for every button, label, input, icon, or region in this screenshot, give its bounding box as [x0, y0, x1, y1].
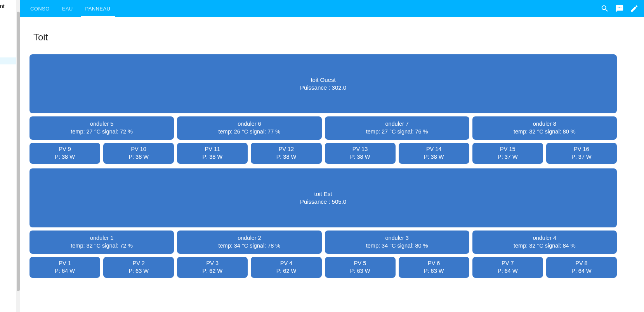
pv-power: P: 64 W: [498, 267, 518, 275]
group-power: Puissance : 505.0: [300, 198, 346, 206]
pv-name: PV 8: [575, 260, 587, 267]
pv-card[interactable]: PV 7P: 64 W: [472, 257, 543, 278]
pencil-icon[interactable]: [630, 4, 639, 13]
pv-card[interactable]: PV 16P: 37 W: [546, 143, 617, 164]
pv-name: PV 14: [426, 146, 442, 153]
group-card[interactable]: toit EstPuissance : 505.0: [30, 168, 617, 227]
pv-card[interactable]: PV 8P: 64 W: [546, 257, 617, 278]
pv-name: PV 6: [428, 260, 440, 267]
inverter-name: onduler 7: [385, 120, 408, 128]
inverter-card[interactable]: onduler 2temp: 34 °C signal: 78 %: [177, 231, 321, 254]
inverter-stats: temp: 34 °C signal: 80 %: [366, 242, 428, 250]
tab-eau[interactable]: EAU: [57, 0, 78, 17]
pv-name: PV 10: [131, 146, 146, 153]
search-icon[interactable]: [601, 4, 609, 13]
pv-card[interactable]: PV 13P: 38 W: [325, 143, 396, 164]
pv-card[interactable]: PV 5P: 63 W: [325, 257, 396, 278]
inverter-name: onduler 8: [533, 120, 556, 128]
pv-power: P: 38 W: [203, 153, 223, 161]
inverter-card[interactable]: onduler 3temp: 34 °C signal: 80 %: [325, 231, 469, 254]
sidebar-selection: [0, 57, 16, 64]
pv-card[interactable]: PV 1P: 64 W: [30, 257, 100, 278]
comment-icon[interactable]: [615, 4, 624, 13]
pv-name: PV 15: [500, 146, 516, 153]
pv-card[interactable]: PV 10P: 38 W: [103, 143, 174, 164]
inverter-stats: temp: 26 °C signal: 77 %: [219, 128, 281, 136]
pv-name: PV 16: [574, 146, 589, 153]
group-name: toit Est: [314, 190, 332, 198]
pv-power: P: 64 W: [571, 267, 592, 275]
group-power: Puissance : 302.0: [300, 84, 346, 92]
pv-card[interactable]: PV 3P: 62 W: [177, 257, 248, 278]
sidebar-text-fragment: nt: [0, 3, 5, 9]
pv-name: PV 12: [279, 146, 294, 153]
pv-power: P: 38 W: [424, 153, 444, 161]
pv-name: PV 7: [502, 260, 514, 267]
pv-power: P: 62 W: [203, 267, 223, 275]
inverter-name: onduler 1: [90, 234, 113, 242]
tabs: CONSO EAU PANNEAU: [26, 0, 115, 17]
inverter-stats: temp: 34 °C signal: 78 %: [219, 242, 281, 250]
pv-card[interactable]: PV 11P: 38 W: [177, 143, 248, 164]
inverter-name: onduler 6: [238, 120, 261, 128]
inverter-stats: temp: 32 °C signal: 84 %: [514, 242, 576, 250]
inverter-name: onduler 4: [533, 234, 556, 242]
pv-card[interactable]: PV 6P: 63 W: [399, 257, 469, 278]
inverter-card[interactable]: onduler 5temp: 27 °C signal: 72 %: [30, 116, 174, 140]
pv-name: PV 5: [354, 260, 366, 267]
pv-card[interactable]: PV 9P: 38 W: [30, 143, 100, 164]
pv-power: P: 38 W: [350, 153, 370, 161]
inverter-stats: temp: 27 °C signal: 72 %: [71, 128, 133, 136]
inverter-card[interactable]: onduler 7temp: 27 °C signal: 76 %: [325, 116, 469, 140]
inverter-card[interactable]: onduler 8temp: 32 °C signal: 80 %: [472, 116, 617, 140]
pv-power: P: 64 W: [55, 267, 75, 275]
pv-power: P: 63 W: [350, 267, 370, 275]
tab-conso[interactable]: CONSO: [26, 0, 54, 17]
inverter-stats: temp: 32 °C signal: 80 %: [514, 128, 576, 136]
inverter-stats: temp: 32 °C signal: 72 %: [71, 242, 133, 250]
inverter-stats: temp: 27 °C signal: 76 %: [366, 128, 428, 136]
pv-power: P: 38 W: [276, 153, 297, 161]
pv-power: P: 38 W: [128, 153, 149, 161]
pv-power: P: 62 W: [276, 267, 297, 275]
pv-name: PV 9: [59, 146, 71, 153]
app-header: CONSO EAU PANNEAU: [20, 0, 644, 17]
pv-name: PV 1: [59, 260, 71, 267]
group-card[interactable]: toit OuestPuissance : 302.0: [30, 54, 617, 113]
tab-panneau[interactable]: PANNEAU: [81, 0, 115, 17]
pv-card[interactable]: PV 15P: 37 W: [472, 143, 543, 164]
pv-power: P: 63 W: [424, 267, 444, 275]
inverter-card[interactable]: onduler 6temp: 26 °C signal: 77 %: [177, 116, 321, 140]
pv-power: P: 37 W: [571, 153, 592, 161]
pv-name: PV 4: [280, 260, 292, 267]
inverter-name: onduler 5: [90, 120, 113, 128]
scrollbar[interactable]: [16, 0, 20, 312]
pv-power: P: 37 W: [498, 153, 518, 161]
group-name: toit Ouest: [311, 76, 335, 84]
pv-power: P: 63 W: [128, 267, 149, 275]
pv-card[interactable]: PV 2P: 63 W: [103, 257, 174, 278]
pv-card[interactable]: PV 4P: 62 W: [251, 257, 321, 278]
pv-power: P: 38 W: [55, 153, 75, 161]
inverter-card[interactable]: onduler 4temp: 32 °C signal: 84 %: [472, 231, 617, 254]
scrollbar-thumb[interactable]: [17, 12, 20, 291]
pv-name: PV 3: [207, 260, 219, 267]
pv-name: PV 2: [132, 260, 144, 267]
sidebar-fragment: nt: [0, 0, 16, 312]
inverter-name: onduler 2: [238, 234, 261, 242]
pv-name: PV 13: [352, 146, 368, 153]
page-title: Toit: [33, 32, 617, 43]
inverter-name: onduler 3: [385, 234, 408, 242]
pv-card[interactable]: PV 14P: 38 W: [399, 143, 469, 164]
pv-name: PV 11: [205, 146, 220, 153]
pv-card[interactable]: PV 12P: 38 W: [251, 143, 321, 164]
inverter-card[interactable]: onduler 1temp: 32 °C signal: 72 %: [30, 231, 174, 254]
